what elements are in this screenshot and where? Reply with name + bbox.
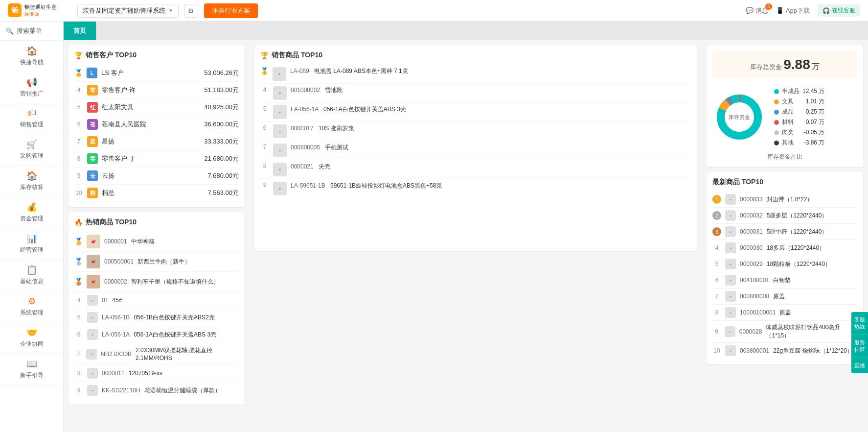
hot-prod-name-6: 056-1A白色按键开关盖ABS 3壳	[134, 331, 216, 339]
hot-prod-code-4: 01	[102, 297, 108, 304]
ps-icon-6: ▪	[279, 147, 281, 154]
hot-prod-name-3: 智利车子里（规格不知道填什么）	[131, 278, 219, 286]
tab-home[interactable]: 首页	[64, 22, 96, 40]
sidebar-search[interactable]: 🔍 搜索菜单	[0, 22, 63, 41]
np-rank-5: 5	[712, 261, 721, 267]
float-buttons: 客服热线 服务社区 直播	[851, 312, 868, 373]
cust-amount-5: 36,600.00元	[204, 120, 239, 129]
ps-code-8: LA-59651-1B	[291, 182, 328, 189]
cust-amount-7: 21,680.00元	[204, 154, 239, 163]
float-btn-service[interactable]: 客服热线	[851, 312, 868, 335]
message-button[interactable]: 💬 消息 6	[746, 6, 768, 15]
np-name-2: 5厘多层（1220*2440）	[767, 212, 828, 220]
sidebar-item-ops[interactable]: 📊 经营管理	[0, 228, 63, 260]
placeholder-icon-4: ▪	[91, 298, 93, 303]
placeholder-icon-7: ▪	[91, 351, 93, 357]
logo-sub: 标准版	[24, 11, 57, 18]
legend-item-1: 半成品 12.45 万	[774, 87, 824, 96]
ps-icon-4: ▪	[279, 109, 281, 116]
np-row-5: 5 ▪ 0000029 18颗粒板（1220*2440）	[712, 256, 857, 272]
np-code-7: 000800008	[740, 293, 769, 300]
np-img-7: ▪	[725, 291, 736, 302]
online-service-button[interactable]: 🎧 在线客服	[818, 4, 860, 17]
legend-dot-2	[774, 99, 779, 104]
sidebar-label-guide: 新手引导	[20, 371, 44, 380]
hot-prod-name-7: 2.0X30MM双搓花轴,搓花直径2.1MM/ROHS	[136, 346, 239, 361]
trophy2-icon: 🏆	[260, 51, 269, 59]
np-img-3: ▪	[725, 226, 736, 237]
legend-name-5: 肉类	[782, 128, 801, 137]
rank-9: 10	[74, 190, 83, 196]
sidebar-item-quick-nav[interactable]: 🏠 快捷导航	[0, 41, 63, 72]
cust-amount-9: 7,563.00元	[207, 189, 239, 197]
np-name-10: 22g鱼豆腐-烧烤味（1*12*20）	[773, 347, 853, 355]
app-download-button[interactable]: 📱 App下载	[776, 6, 810, 15]
hot-prod-1: 🥇 🥩 0000001 中华神箭	[74, 232, 239, 252]
ps-row-1: 🥇 ▪ LA-089 电池盖 LA-089 ABS本色+黑种 7.1克	[260, 65, 691, 84]
customer-top10-title: 🏆 销售客户 TOP10	[74, 51, 239, 60]
hot-prod-gray-6: ▪	[87, 329, 98, 340]
ps-info-1: LA-089 电池盖 LA-089 ABS本色+黑种 7.1克	[290, 67, 691, 75]
left-column: 🏆 销售客户 TOP10 🥇 L LS 客户 53,006.26元 4 零	[64, 40, 250, 432]
np-name-9: 体戚蒸枝味苏打饮品400毫升（1*15）	[766, 323, 857, 340]
hot-rank-5: 5	[74, 314, 83, 321]
sidebar-item-inventory[interactable]: 🏠 库存核算	[0, 166, 63, 197]
hot-prod-3: 🥉 🥩 0000002 智利车子里（规格不知道填什么）	[74, 272, 239, 292]
hot-prod-4: 4 ▪ 01 45#	[74, 292, 239, 309]
sidebar-item-basic[interactable]: 📋 基础信息	[0, 260, 63, 291]
rank-4: 5	[74, 104, 83, 111]
np-rank-10: 10	[712, 347, 721, 354]
float-btn-live[interactable]: 直播	[851, 358, 868, 373]
sidebar-item-sales[interactable]: 🏷 销售管理	[0, 103, 63, 134]
hot-prod-gray-5: ▪	[87, 312, 98, 323]
inventory-label: 库存总资金	[750, 63, 782, 71]
legend-name-1: 半成品	[782, 87, 799, 96]
sidebar-item-corp[interactable]: 🤝 企业协同	[0, 322, 63, 354]
legend: 半成品 12.45 万 文具 1.01 万 成品 0	[774, 87, 824, 147]
hot-prod-gray-8: ▪	[87, 368, 98, 379]
sidebar-item-marketing[interactable]: 📢 营销推广	[0, 72, 63, 103]
np-code-9: 0000028	[739, 328, 762, 335]
legend-dot-5	[774, 130, 779, 135]
sidebar-item-purchase[interactable]: 🛒 采购管理	[0, 134, 63, 166]
sidebar-item-system[interactable]: ⚙ 系统管理	[0, 291, 63, 322]
main-layout: 🔍 搜索菜单 🏠 快捷导航 📢 营销推广 🏷 销售管理 🛒 采购管理 🏠 库存核…	[0, 22, 868, 432]
np-code-6: 004100001	[740, 277, 769, 284]
hot-prod-code-3: 0000002	[104, 278, 127, 285]
system-selector[interactable]: 装备及固定资产辅助管理系统 ▼	[77, 4, 179, 18]
inventory-card: 库存总资金 9.88 万	[707, 45, 863, 167]
ps-img-8: ▪	[273, 182, 287, 195]
legend-val-1: 12.45 万	[802, 87, 824, 96]
marketing-icon: 📢	[26, 77, 37, 88]
cust-amount-3: 51,183.00元	[204, 86, 239, 95]
customer-row-4: 5 红 红太阳文具 40,925.00元	[74, 99, 239, 116]
sidebar-label-basic: 基础信息	[20, 277, 44, 286]
sidebar-item-guide[interactable]: 📖 新手引导	[0, 354, 63, 385]
np-rank-1: 1	[712, 195, 721, 204]
system-icon: ⚙	[28, 296, 36, 307]
trial-button[interactable]: 体验行业方案	[204, 3, 258, 18]
logo-area: 畅 畅捷通好生意 标准版	[8, 3, 71, 17]
legend-name-4: 材料	[782, 118, 803, 126]
placeholder-icon-9: ▪	[91, 388, 93, 393]
rank-6: 7	[74, 138, 83, 145]
float-btn-community[interactable]: 服务社区	[851, 335, 868, 358]
customer-row-3: 4 零 零售客户·许 51,183.00元	[74, 82, 239, 99]
cust-name-3: 零售客户·许	[102, 86, 200, 95]
ps-info-8: LA-59651-1B 59651-1B旋转投影灯电池盒ABS黑色+58克	[291, 182, 691, 190]
np-rank-7: 7	[712, 293, 721, 300]
sidebar-item-finance[interactable]: 💰 资金管理	[0, 197, 63, 228]
nav-tabs: 首页	[64, 22, 868, 40]
gear-button[interactable]: ⚙	[184, 4, 198, 18]
product-sales-title-text: 销售商品 TOP10	[272, 51, 322, 60]
product-sales-title: 🏆 销售商品 TOP10	[260, 51, 691, 60]
logo-icon: 畅	[8, 3, 22, 17]
ps-name-4: 056-1A白色按键开关盖ABS 3壳	[323, 106, 406, 113]
hot-prod-img-2: 🥩	[87, 255, 100, 268]
legend-val-2: 1.01 万	[806, 97, 825, 106]
np-icon-10: ▪	[730, 348, 731, 354]
np-code-1: 0000033	[740, 196, 763, 203]
legend-val-3: 0.25 万	[806, 108, 825, 116]
hot-products-card: 🔥 热销商品 TOP10 🥇 🥩 0000001 中华神箭 🥈 🥩 000500…	[69, 212, 245, 405]
hot-prod-2: 🥈 🥩 000500001 新西兰牛肉（新牛）	[74, 252, 239, 272]
